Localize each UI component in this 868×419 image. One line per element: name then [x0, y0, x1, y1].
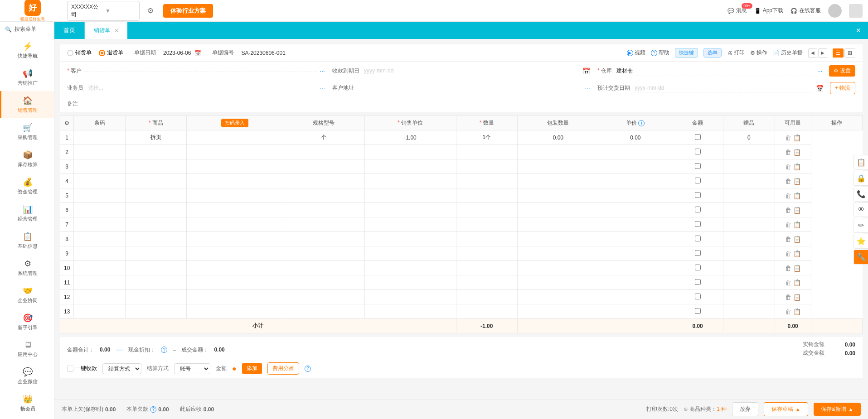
expected-date-input[interactable]: yyyy-mm-dd: [633, 84, 813, 92]
radio-sales-order[interactable]: 销货单: [67, 49, 92, 57]
row-unit[interactable]: [283, 145, 365, 159]
row-spec[interactable]: [187, 232, 283, 246]
row-copy-icon[interactable]: 📋: [793, 236, 801, 243]
row-unit[interactable]: [283, 304, 365, 319]
row-product[interactable]: 拆页: [125, 130, 186, 145]
row-quantity[interactable]: [364, 174, 456, 188]
view-list[interactable]: ☰: [833, 48, 844, 58]
abandon-button[interactable]: 放弃: [732, 402, 758, 416]
warehouse-value[interactable]: 建材仓: [615, 66, 815, 76]
collect-date-input[interactable]: yyyy-mm-dd: [362, 67, 580, 75]
row-spec[interactable]: [187, 130, 283, 145]
row-unit-price[interactable]: [518, 290, 599, 304]
select-button[interactable]: 选单: [703, 48, 722, 58]
row-amount[interactable]: [599, 261, 672, 275]
row-unit-price[interactable]: 0.00: [518, 130, 599, 145]
row-barcode[interactable]: [74, 130, 125, 145]
row-quantity[interactable]: [364, 188, 456, 203]
row-copy-icon[interactable]: 📋: [793, 134, 801, 141]
salesperson-input[interactable]: 选择...: [86, 83, 317, 93]
row-barcode[interactable]: [74, 290, 125, 304]
owed-info-icon[interactable]: ?: [150, 406, 156, 413]
row-delete-icon[interactable]: 🗑: [785, 250, 791, 257]
row-amount[interactable]: [599, 290, 672, 304]
row-quantity[interactable]: -1.00: [364, 130, 456, 145]
sidebar-item-vip[interactable]: 👑 畅会员: [0, 390, 54, 417]
expense-button[interactable]: 费用分摊: [267, 362, 299, 375]
row-barcode[interactable]: [74, 275, 125, 290]
row-pkg-qty[interactable]: [456, 275, 517, 290]
row-gift[interactable]: [672, 290, 723, 304]
sidebar-item-finance[interactable]: 💰 资金管理: [0, 173, 54, 200]
salesperson-more-icon[interactable]: ···: [320, 85, 325, 92]
row-delete-icon[interactable]: 🗑: [785, 178, 791, 185]
row-copy-icon[interactable]: 📋: [793, 250, 801, 257]
row-gift[interactable]: [672, 130, 723, 145]
row-product[interactable]: [125, 188, 186, 203]
customer-more-icon[interactable]: ···: [320, 67, 325, 75]
row-quantity[interactable]: [364, 232, 456, 246]
row-spec[interactable]: [187, 188, 283, 203]
row-gift[interactable]: [672, 174, 723, 188]
shortcut-button[interactable]: 快捷键: [675, 48, 698, 58]
row-spec[interactable]: [187, 159, 283, 174]
row-pkg-qty[interactable]: [456, 246, 517, 261]
sidebar-item-guide[interactable]: 🎯 新手引导: [0, 308, 54, 336]
sidebar-item-appstore[interactable]: 🖥 应用中心: [0, 336, 54, 362]
row-gift[interactable]: [672, 188, 723, 203]
address-more-icon[interactable]: ···: [585, 85, 590, 92]
row-pkg-qty[interactable]: [456, 261, 517, 275]
row-pkg-qty[interactable]: [456, 145, 517, 159]
row-unit-price[interactable]: [518, 217, 599, 232]
row-copy-icon[interactable]: 📋: [793, 207, 801, 214]
radio-return-order[interactable]: 退货单: [99, 49, 123, 57]
right-panel-phone[interactable]: 📞: [853, 187, 868, 202]
expected-date-cal-icon[interactable]: 📅: [816, 85, 824, 92]
row-unit-price[interactable]: [518, 261, 599, 275]
row-gift[interactable]: [672, 232, 723, 246]
row-unit[interactable]: [283, 246, 365, 261]
row-unit[interactable]: [283, 261, 365, 275]
logistics-button[interactable]: + 物流: [830, 82, 855, 94]
row-product[interactable]: [125, 246, 186, 261]
row-spec[interactable]: [187, 275, 283, 290]
add-button[interactable]: 添加: [242, 363, 262, 374]
row-delete-icon[interactable]: 🗑: [785, 236, 791, 243]
right-panel-eye[interactable]: 👁: [853, 202, 868, 217]
collect-date-cal-icon[interactable]: 📅: [582, 67, 590, 75]
row-product[interactable]: [125, 217, 186, 232]
action-help[interactable]: ? 帮助: [651, 49, 669, 57]
row-unit-price[interactable]: [518, 304, 599, 319]
save-draft-button[interactable]: 保存草稿 ▲: [764, 402, 808, 416]
row-quantity[interactable]: [364, 290, 456, 304]
row-barcode[interactable]: [74, 232, 125, 246]
sidebar-item-marketing[interactable]: 📢 营销推广: [0, 64, 54, 91]
settings-button[interactable]: ⚙ 设置: [829, 65, 855, 77]
action-video[interactable]: ▶ 视频: [627, 49, 645, 57]
right-panel-copy[interactable]: 📋: [853, 155, 868, 170]
row-unit-price[interactable]: [518, 232, 599, 246]
sidebar-item-inventory[interactable]: 📦 库存核算: [0, 145, 54, 173]
row-barcode[interactable]: [74, 188, 125, 203]
nav-next[interactable]: ▶: [818, 48, 827, 58]
page-close-button[interactable]: ×: [849, 26, 868, 35]
user-menu[interactable]: [849, 4, 863, 18]
tab-close-icon[interactable]: ×: [115, 27, 118, 34]
row-quantity[interactable]: [364, 246, 456, 261]
row-quantity[interactable]: [364, 159, 456, 174]
row-quantity[interactable]: [364, 261, 456, 275]
row-copy-icon[interactable]: 📋: [793, 308, 801, 315]
row-delete-icon[interactable]: 🗑: [785, 308, 791, 315]
row-delete-icon[interactable]: 🗑: [785, 294, 791, 301]
action-print[interactable]: 🖨 打印: [727, 49, 745, 57]
right-panel-star[interactable]: ⭐: [853, 234, 868, 249]
row-amount[interactable]: [599, 275, 672, 290]
one-click-payment[interactable]: 一键收款: [67, 365, 97, 372]
header-settings-icon[interactable]: ⚙: [143, 4, 158, 18]
row-pkg-qty[interactable]: [456, 159, 517, 174]
row-amount[interactable]: [599, 203, 672, 217]
right-panel-lock[interactable]: 🔒: [853, 171, 868, 186]
warehouse-more-icon[interactable]: ···: [817, 67, 823, 75]
calc-method-select[interactable]: 结算方式: [102, 363, 141, 374]
row-pkg-qty[interactable]: [456, 290, 517, 304]
